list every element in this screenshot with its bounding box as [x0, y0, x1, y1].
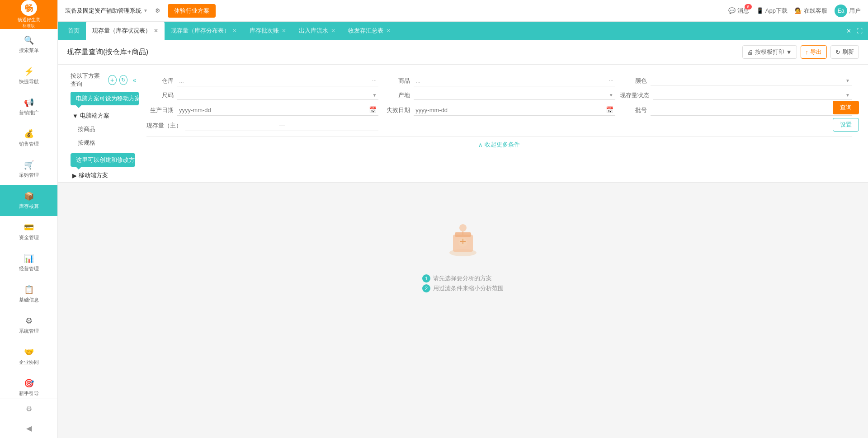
tab-inventory-dist-close[interactable]: ✕	[232, 28, 237, 34]
scheme-item-goods[interactable]: 按商品	[67, 122, 139, 136]
svg-point-6	[459, 224, 467, 231]
user-label: 用户	[849, 7, 861, 15]
filter-fields: 仓库 ... ⋯ 商品 ... ⋯	[139, 70, 859, 182]
export-btn[interactable]: ↑ 导出	[801, 45, 827, 59]
print-dropdown-arrow: ▼	[786, 49, 792, 56]
filter-controls: 按以下方案查询 + ↻ «	[67, 72, 139, 88]
color-arrow: ▼	[845, 78, 850, 83]
collapse-icon: ∧	[478, 141, 483, 148]
sidebar-item-quick-nav[interactable]: ⚡ 快捷导航	[0, 60, 57, 91]
production-date-calendar-icon[interactable]: 📅	[369, 106, 377, 113]
color-select[interactable]: ▼	[651, 76, 852, 85]
expiry-date-field[interactable]	[415, 107, 604, 113]
topbar-gear-btn[interactable]: ⚙	[151, 5, 164, 17]
sidebar-item-label: 基础信息	[19, 297, 39, 303]
sidebar-item-label: 库存核算	[19, 203, 39, 210]
filter-color: 颜色 ▼	[620, 75, 852, 86]
tab-in-out-flow-label: 出入库流水	[299, 27, 328, 35]
mobile-scheme-title[interactable]: ▶ 移动端方案	[67, 169, 139, 182]
refresh-btn[interactable]: ↻ 刷新	[830, 45, 859, 59]
stock-main-label: 现存量（主）	[146, 122, 182, 130]
tab-expand-btn[interactable]: ⛶	[855, 26, 864, 36]
sidebar-item-enterprise[interactable]: 🤝 企业协同	[0, 341, 57, 372]
scheme-item-spec[interactable]: 按规格	[67, 136, 139, 150]
phone-icon: 📱	[756, 7, 764, 14]
notification-btn[interactable]: 💬 消息 6	[728, 7, 749, 15]
tab-batch-ledger-close[interactable]: ✕	[282, 28, 286, 34]
create-tooltip: 这里可以创建和修改方案哦 ✕	[71, 153, 135, 167]
industry-solution-btn[interactable]: 体验行业方案	[168, 4, 216, 18]
sidebar-item-purchase[interactable]: 🛒 采购管理	[0, 154, 57, 185]
sidebar-item-label: 企业协同	[19, 359, 39, 366]
settings-icon: ⚙	[26, 405, 32, 413]
production-date-field[interactable]	[179, 107, 367, 113]
tab-inventory-status[interactable]: 现存量（库存状况表） ✕	[86, 22, 165, 40]
user-menu[interactable]: Ea 用户	[835, 5, 861, 17]
service-icon: 💁	[795, 7, 802, 14]
sidebar-item-operation[interactable]: 📊 经营管理	[0, 247, 57, 278]
stock-status-label: 现存量状态	[620, 91, 649, 99]
search-menu-icon: 🔍	[24, 35, 34, 45]
tab-in-out-flow[interactable]: 出入库流水 ✕	[292, 22, 342, 40]
app-name: 畅通好生意	[18, 17, 40, 23]
expiry-date-calendar-icon[interactable]: 📅	[606, 106, 613, 113]
system-selector[interactable]: 装备及固定资产辅助管理系统 ▼	[65, 7, 148, 15]
sidebar-item-basic-info[interactable]: 📋 基础信息	[0, 278, 57, 310]
warehouse-select[interactable]: ... ⋯	[177, 75, 378, 86]
sidebar-item-inventory[interactable]: 📦 库存核算	[0, 185, 57, 216]
stock-main-min-input[interactable]	[185, 120, 277, 131]
tab-batch-ledger[interactable]: 库存批次账 ✕	[243, 22, 292, 40]
mobile-scheme-label: 移动端方案	[79, 171, 108, 179]
sidebar-item-newbie[interactable]: 🎯 新手引导	[0, 372, 57, 399]
goods-select[interactable]: ... ⋯	[414, 75, 615, 86]
inventory-icon: 📦	[24, 191, 34, 201]
export-icon: ↑	[806, 49, 809, 56]
stock-main-dash: —	[279, 122, 285, 129]
size-select[interactable]: ▼	[177, 91, 378, 100]
add-scheme-btn[interactable]: +	[108, 75, 117, 85]
tab-receive-send[interactable]: 收发存汇总表 ✕	[342, 22, 397, 40]
batch-no-input[interactable]	[651, 105, 852, 116]
goods-label: 商品	[383, 77, 410, 85]
sidebar-item-system[interactable]: ⚙ 系统管理	[0, 310, 57, 341]
tab-close-all-btn[interactable]: ✕	[844, 26, 853, 36]
tab-in-out-flow-close[interactable]: ✕	[331, 28, 335, 34]
desktop-scheme-label: 电脑端方案	[80, 112, 109, 120]
search-btn[interactable]: 查询	[833, 101, 859, 114]
collapse-btn[interactable]: ∧ 收起更多条件	[478, 141, 520, 149]
refresh-label: 刷新	[842, 48, 854, 56]
tab-receive-send-close[interactable]: ✕	[386, 28, 391, 34]
tab-home[interactable]: 首页	[61, 22, 86, 40]
sidebar-item-sales[interactable]: 💰 销售管理	[0, 122, 57, 154]
tab-batch-ledger-label: 库存批次账	[250, 27, 279, 35]
create-tooltip-close[interactable]: ✕	[149, 157, 154, 164]
filter-label: 按以下方案查询	[71, 72, 105, 88]
setting-btn[interactable]: 设置	[833, 118, 859, 132]
sidebar-item-search-menu[interactable]: 🔍 搜索菜单	[0, 29, 57, 60]
print-btn[interactable]: 🖨 按模板打印 ▼	[742, 45, 797, 59]
tab-inventory-status-close[interactable]: ✕	[154, 28, 158, 34]
production-date-input[interactable]: 📅	[177, 104, 378, 116]
sidebar-item-label: 销售管理	[19, 141, 39, 147]
sidebar-item-label: 经营管理	[19, 265, 39, 272]
stock-status-select[interactable]: ▼	[653, 91, 852, 100]
back-scheme-btn[interactable]: «	[130, 75, 139, 85]
refresh-scheme-btn[interactable]: ↻	[119, 75, 128, 85]
logo-icon: 畅	[21, 0, 37, 16]
sidebar-settings-btn[interactable]: ⚙	[0, 399, 57, 419]
collapse-row: ∧ 收起更多条件	[146, 137, 852, 152]
collapse-label: 收起更多条件	[485, 141, 520, 149]
scheme-tooltip-close[interactable]: ✕	[149, 95, 154, 102]
origin-select[interactable]: ▼	[414, 91, 615, 100]
color-label: 颜色	[620, 77, 647, 85]
sidebar-item-marketing[interactable]: 📢 营销推广	[0, 91, 57, 122]
notification-icon: 💬	[728, 7, 736, 14]
stock-main-max-input[interactable]	[287, 120, 378, 131]
desktop-scheme-title[interactable]: ▼ 电脑端方案	[67, 109, 139, 122]
tab-inventory-dist[interactable]: 现存量（库存分布表） ✕	[165, 22, 243, 40]
app-download-btn[interactable]: 📱 App下载	[756, 7, 788, 15]
sidebar-collapse-btn[interactable]: ◀	[0, 419, 57, 438]
online-service-btn[interactable]: 💁 在线客服	[795, 7, 827, 15]
sidebar-item-finance[interactable]: 💳 资金管理	[0, 216, 57, 247]
expiry-date-input[interactable]: 📅	[414, 104, 615, 116]
